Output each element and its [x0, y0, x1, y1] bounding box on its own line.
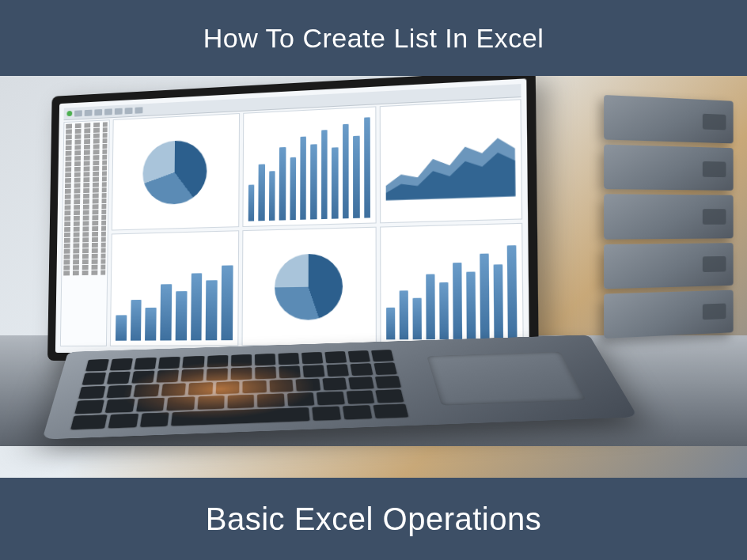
- bar-chart-panel: [110, 230, 239, 346]
- footer-title: Basic Excel Operations: [206, 501, 542, 537]
- storage-box: [604, 145, 734, 191]
- bar-chart-panel: [380, 223, 523, 346]
- storage-box: [604, 289, 734, 339]
- header-banner: How To Create List In Excel: [0, 0, 747, 76]
- laptop-keyboard: [42, 335, 638, 439]
- toolbar-button-icon: [94, 108, 102, 115]
- bar-chart-icon: [248, 112, 370, 221]
- data-column: [60, 119, 110, 346]
- laptop-screen: [55, 78, 529, 353]
- header-title: How To Create List In Excel: [203, 23, 544, 54]
- storage-box: [604, 195, 734, 240]
- dashboard-grid: [60, 97, 524, 346]
- bar-chart-icon: [116, 236, 233, 341]
- pie-chart-icon: [142, 139, 207, 205]
- pie-chart-panel: [112, 113, 240, 230]
- storage-box: [604, 95, 734, 144]
- keyboard-keys: [70, 350, 408, 429]
- laptop: [47, 92, 617, 471]
- storage-box: [604, 243, 734, 289]
- area-chart-panel: [380, 99, 522, 223]
- bar-chart-panel: [242, 106, 377, 227]
- area-chart-icon: [386, 105, 516, 218]
- bar-chart-icon: [386, 229, 517, 340]
- toolbar-button-icon: [104, 108, 112, 115]
- toolbar-button-icon: [135, 107, 142, 113]
- pie-chart-icon: [275, 253, 343, 320]
- laptop-screen-frame: [47, 76, 539, 361]
- toolbar-dot-icon: [66, 111, 72, 116]
- toolbar-button-icon: [85, 109, 93, 115]
- laptop-trackpad: [427, 352, 586, 406]
- pie-chart-panel: [241, 227, 377, 346]
- toolbar-button-icon: [74, 110, 82, 116]
- toolbar-button-icon: [115, 108, 123, 114]
- footer-banner: Basic Excel Operations: [0, 478, 747, 560]
- hero-image: [0, 76, 747, 478]
- toolbar-button-icon: [125, 107, 133, 113]
- background-boxes-stack: [604, 95, 734, 339]
